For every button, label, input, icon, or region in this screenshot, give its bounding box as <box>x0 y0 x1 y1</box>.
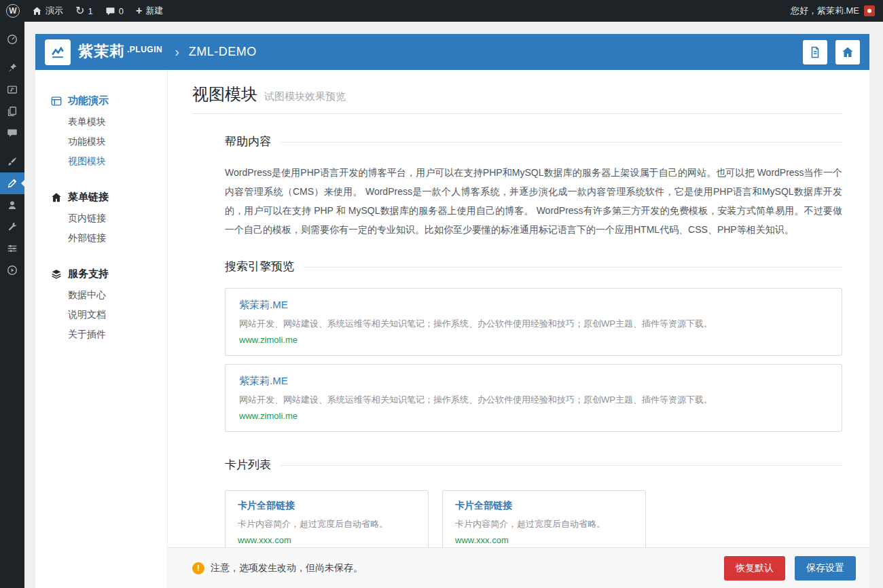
search-result-url[interactable]: www.zimoli.me <box>239 411 828 421</box>
home-icon <box>32 6 42 16</box>
nav-section-title: 服务支持 <box>68 268 109 280</box>
search-result-card: 紫茉莉.ME 网站开发、网站建设、系统运维等相关知识笔记；操作系统、办公软件使用… <box>225 288 842 356</box>
page-subtitle: 试图模块效果预览 <box>264 90 346 103</box>
search-result-url[interactable]: www.zimoli.me <box>239 335 828 345</box>
comment-bubble-icon <box>105 6 115 16</box>
new-label: 新建 <box>145 5 163 17</box>
site-link[interactable]: 演示 <box>26 0 69 22</box>
nav-item-function-module[interactable]: 功能模块 <box>35 132 167 151</box>
comments-icon[interactable] <box>0 122 24 144</box>
layers-icon <box>50 268 62 280</box>
media-icon[interactable] <box>0 79 24 100</box>
wp-logo-menu[interactable]: W <box>0 0 26 22</box>
nav-section-title: 菜单链接 <box>68 191 109 204</box>
plugin-page-title: ZML-DEMO <box>189 45 257 59</box>
search-result-desc: 网站开发、网站建设、系统运维等相关知识笔记；操作系统、办公软件使用经验和技巧；原… <box>239 394 828 406</box>
plugin-circle-play-icon[interactable] <box>0 259 24 281</box>
home-button[interactable] <box>835 40 860 65</box>
docs-button[interactable] <box>803 40 827 65</box>
search-result-desc: 网站开发、网站建设、系统运维等相关知识笔记；操作系统、办公软件使用经验和技巧；原… <box>239 318 828 330</box>
updates-count: 1 <box>88 6 92 16</box>
section-search-title: 搜索引擎预览 <box>225 259 294 274</box>
link-card-url[interactable]: www.xxx.com <box>238 535 416 545</box>
nav-item-external-link[interactable]: 外部链接 <box>35 228 167 248</box>
zml-plugin-pen-icon[interactable] <box>0 172 24 194</box>
nav-section-support[interactable]: 服务支持 <box>35 263 167 285</box>
search-result-title[interactable]: 紫茉莉.ME <box>239 299 828 312</box>
save-settings-button[interactable]: 保存设置 <box>795 556 856 581</box>
page-title: 视图模块 试图模块效果预览 <box>192 84 842 114</box>
link-card-title[interactable]: 卡片全部链接 <box>455 500 633 512</box>
nav-section-demos[interactable]: 功能演示 <box>35 90 167 112</box>
chevron-right-icon: › <box>175 44 179 60</box>
avatar <box>864 5 875 16</box>
unsaved-notice: 注意，选项发生改动，但尚未保存。 <box>211 562 363 574</box>
main-content: 视图模块 试图模块效果预览 帮助内容 WordPress是使用PHP语言开发的博… <box>168 70 869 547</box>
section-cards-title: 卡片列表 <box>225 458 271 473</box>
wp-admin-rail <box>0 22 24 588</box>
home-icon <box>50 191 62 204</box>
comments-count: 0 <box>119 6 124 16</box>
tools-wrench-icon[interactable] <box>0 216 24 238</box>
settings-sliders-icon[interactable] <box>0 238 24 259</box>
link-card[interactable]: 卡片全部链接 卡片内容简介，超过宽度后自动省略。 www.xxx.com <box>442 490 646 547</box>
pages-icon[interactable] <box>0 100 24 122</box>
warning-icon: ! <box>192 562 204 574</box>
nav-item-docs[interactable]: 说明文档 <box>35 305 167 325</box>
search-result-title[interactable]: 紫茉莉.ME <box>239 375 828 388</box>
chart-line-icon <box>50 44 66 60</box>
link-card-desc: 卡片内容简介，超过宽度后自动省略。 <box>455 518 633 530</box>
comments-link[interactable]: 0 <box>99 0 130 22</box>
update-icon: ↻ <box>75 5 84 16</box>
home-icon <box>841 45 854 59</box>
admin-content-area: 紫茉莉 .PLUGIN › ZML-DEMO 功能 <box>24 22 883 588</box>
account-menu[interactable]: 您好，紫茉莉.ME <box>782 0 883 22</box>
dashboard-icon[interactable] <box>0 29 24 50</box>
wp-admin-bar: W 演示 ↻ 1 0 + 新建 您好，紫茉莉.ME <box>0 0 883 22</box>
nav-item-inpage-link[interactable]: 页内链接 <box>35 208 167 228</box>
page-title-text: 视图模块 <box>192 84 257 105</box>
site-name: 演示 <box>46 5 63 17</box>
link-card-desc: 卡片内容简介，超过宽度后自动省略。 <box>238 518 416 530</box>
greeting-text: 您好，紫茉莉.ME <box>791 5 859 17</box>
settings-footer: ! 注意，选项发生改动，但尚未保存。 恢复默认 保存设置 <box>168 547 869 588</box>
new-content-link[interactable]: + 新建 <box>130 0 169 22</box>
help-paragraph: WordPress是使用PHP语言开发的博客平台，用户可以在支持PHP和MySQ… <box>225 163 842 239</box>
link-card-url[interactable]: www.xxx.com <box>455 535 633 545</box>
modules-grid-icon <box>50 95 62 107</box>
nav-item-data-center[interactable]: 数据中心 <box>35 285 167 305</box>
brand-name: 紫茉莉 <box>78 43 125 60</box>
search-result-card: 紫茉莉.ME 网站开发、网站建设、系统运维等相关知识笔记；操作系统、办公软件使用… <box>225 364 842 432</box>
section-search-heading: 搜索引擎预览 <box>225 259 842 274</box>
updates-link[interactable]: ↻ 1 <box>69 0 99 22</box>
appearance-brush-icon[interactable] <box>0 151 24 172</box>
section-help-heading: 帮助内容 <box>225 134 842 149</box>
plugin-panel: 紫茉莉 .PLUGIN › ZML-DEMO 功能 <box>35 34 869 588</box>
plugin-logo <box>45 39 71 65</box>
plugin-sidebar: 功能演示 表单模块 功能模块 视图模块 菜单链接 页内链接 外部链接 <box>35 70 168 588</box>
brand: 紫茉莉 .PLUGIN <box>78 43 162 60</box>
plugin-header: 紫茉莉 .PLUGIN › ZML-DEMO <box>35 34 869 70</box>
document-icon <box>808 45 822 59</box>
nav-item-form-module[interactable]: 表单模块 <box>35 112 167 132</box>
plus-icon: + <box>136 5 142 16</box>
nav-item-view-module[interactable]: 视图模块 <box>35 151 167 171</box>
link-card-title[interactable]: 卡片全部链接 <box>238 500 416 512</box>
section-help-title: 帮助内容 <box>225 134 271 149</box>
section-cards-heading: 卡片列表 <box>225 458 842 473</box>
posts-pin-icon[interactable] <box>0 57 24 79</box>
wordpress-logo-icon: W <box>6 4 20 18</box>
link-card[interactable]: 卡片全部链接 卡片内容简介，超过宽度后自动省略。 www.xxx.com <box>225 490 429 547</box>
nav-section-menu-links[interactable]: 菜单链接 <box>35 187 167 208</box>
brand-suffix: .PLUGIN <box>127 45 162 54</box>
nav-section-title: 功能演示 <box>68 94 109 107</box>
restore-defaults-button[interactable]: 恢复默认 <box>724 556 785 581</box>
nav-item-about[interactable]: 关于插件 <box>35 325 167 344</box>
users-icon[interactable] <box>0 194 24 216</box>
